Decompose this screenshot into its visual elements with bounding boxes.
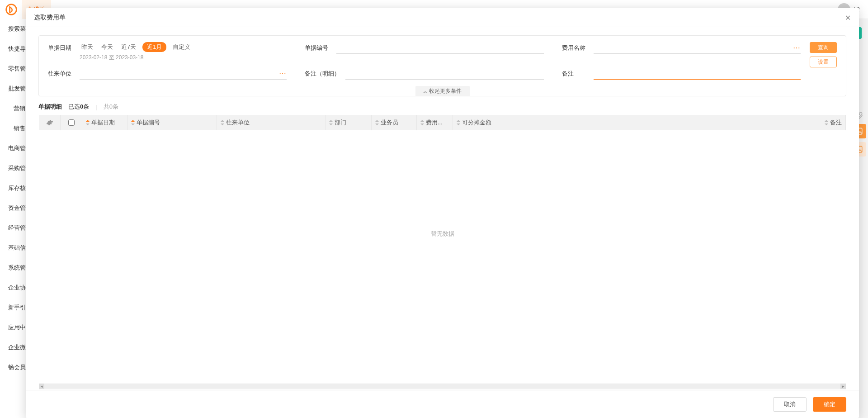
col-doc-date[interactable]: 单据日期: [82, 115, 127, 130]
section-header: 单据明细 已选0条 | 共0条: [38, 103, 846, 111]
horizontal-scrollbar[interactable]: ◂ ▸: [39, 383, 846, 390]
unit-more-icon[interactable]: ⋯: [279, 69, 287, 78]
date-chip[interactable]: 昨天: [80, 42, 95, 52]
label-remark-detail: 备注（明细）: [305, 68, 345, 78]
table-body: 暂无数据: [39, 130, 846, 383]
filter-unit: 往来单位 ⋯: [48, 68, 287, 80]
sort-icon: [131, 120, 135, 125]
unit-input[interactable]: [80, 68, 287, 80]
col-amount[interactable]: 可分摊金额: [453, 115, 498, 130]
sort-icon: [329, 120, 333, 125]
column-settings-button[interactable]: [39, 115, 61, 130]
label-fee-name: 费用名称: [562, 42, 594, 52]
modal-header: 选取费用单 ✕: [26, 8, 859, 27]
collapse-text: 收起更多条件: [429, 88, 462, 94]
empty-placeholder: 暂无数据: [431, 230, 454, 238]
sort-icon: [86, 120, 90, 125]
col-dept[interactable]: 部门: [326, 115, 372, 130]
col-user[interactable]: 业务员: [372, 115, 417, 130]
date-chip-row: 昨天今天近7天近1月自定义: [80, 42, 287, 52]
sort-icon: [420, 120, 424, 125]
col-doc-code[interactable]: 单据编号: [127, 115, 217, 130]
date-chip[interactable]: 近7天: [119, 42, 138, 52]
scroll-left-icon[interactable]: ◂: [39, 384, 44, 389]
doc-code-input[interactable]: [336, 42, 543, 54]
date-chip[interactable]: 近1月: [142, 42, 166, 52]
select-fee-doc-modal: 选取费用单 ✕ 单据日期 昨天今天近7天近1月自定义 2023-02-18 至 …: [26, 8, 859, 418]
chevron-up-icon: ︽: [423, 89, 428, 94]
close-icon[interactable]: ✕: [843, 13, 853, 23]
col-unit[interactable]: 往来单位: [217, 115, 326, 130]
query-button[interactable]: 查询: [810, 42, 837, 53]
col-fee[interactable]: 费用...: [417, 115, 453, 130]
remark-detail-input[interactable]: [345, 68, 543, 80]
total-count: 共0条: [104, 103, 118, 111]
ok-button[interactable]: 确定: [813, 397, 846, 412]
date-range-text: 2023-02-18 至 2023-03-18: [80, 54, 287, 62]
remark-input[interactable]: [594, 68, 801, 80]
filter-fee-name: 费用名称 ⋯: [562, 42, 801, 54]
label-remark: 备注: [562, 68, 594, 78]
fee-name-more-icon[interactable]: ⋯: [793, 43, 801, 52]
settings-button[interactable]: 设置: [810, 57, 837, 67]
fee-name-input[interactable]: [594, 42, 801, 54]
label-doc-code: 单据编号: [305, 42, 336, 52]
sort-icon: [375, 120, 379, 125]
collapse-filters-button[interactable]: ︽ 收起更多条件: [415, 86, 470, 96]
filter-doc-date: 单据日期 昨天今天近7天近1月自定义 2023-02-18 至 2023-03-…: [48, 42, 287, 62]
doc-table: 单据日期 单据编号 往来单位 部门 业务员 费用... 可分摊金额 备注 暂无数…: [38, 114, 846, 390]
gear-icon: [46, 119, 53, 126]
col-remark[interactable]: 备注: [498, 115, 846, 130]
modal-title: 选取费用单: [34, 14, 66, 22]
select-all-checkbox[interactable]: [61, 115, 82, 130]
cancel-button[interactable]: 取消: [773, 397, 807, 412]
date-chip[interactable]: 今天: [99, 42, 115, 52]
modal-footer: 取消 确定: [26, 390, 859, 418]
selected-count: 已选0条: [68, 103, 89, 111]
label-unit: 往来单位: [48, 68, 80, 78]
table-header: 单据日期 单据编号 往来单位 部门 业务员 费用... 可分摊金额 备注: [39, 115, 846, 130]
sort-icon: [221, 120, 224, 125]
sort-icon: [825, 120, 828, 125]
filter-remark: 备注: [562, 68, 801, 80]
section-title: 单据明细: [38, 103, 62, 111]
label-doc-date: 单据日期: [48, 42, 80, 52]
modal-overlay: 选取费用单 ✕ 单据日期 昨天今天近7天近1月自定义 2023-02-18 至 …: [0, 0, 868, 418]
scroll-right-icon[interactable]: ▸: [840, 384, 846, 389]
filter-actions: 查询 设置: [810, 42, 837, 67]
filter-doc-code: 单据编号: [305, 42, 543, 54]
filter-remark-detail: 备注（明细）: [305, 68, 543, 80]
date-chip[interactable]: 自定义: [171, 42, 192, 52]
filter-panel: 单据日期 昨天今天近7天近1月自定义 2023-02-18 至 2023-03-…: [38, 35, 846, 96]
sort-icon: [457, 120, 460, 125]
